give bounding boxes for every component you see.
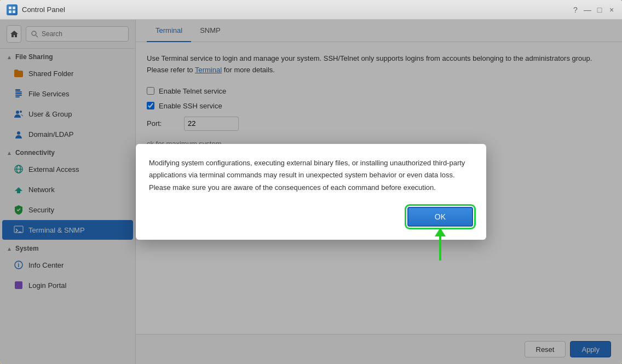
modal-message: Modifying system configurations, executi… [149,157,473,193]
modal-footer: OK [149,207,473,227]
modal-overlay: Modifying system configurations, executi… [0,20,622,364]
arrow-shaft [439,236,441,261]
modal-ok-button[interactable]: OK [407,207,473,227]
main-layout: ▲ File Sharing Shared Folder [0,20,622,364]
svg-rect-3 [13,10,15,13]
modal-dialog: Modifying system configurations, executi… [136,144,486,239]
window-title: Control Panel [22,5,572,14]
minimize-button[interactable]: — [584,6,591,14]
help-button[interactable]: ? [572,6,579,14]
svg-rect-0 [9,7,11,9]
app-icon [7,4,18,15]
titlebar: Control Panel ? — □ × [0,0,622,20]
arrow-head [435,228,446,236]
close-button[interactable]: × [608,6,615,14]
maximize-button[interactable]: □ [596,6,603,14]
svg-rect-1 [13,7,15,9]
window-controls: ? — □ × [572,6,615,14]
app-window: Control Panel ? — □ × ▲ File Sha [0,0,622,364]
svg-rect-2 [9,10,11,13]
arrow-annotation [435,228,446,261]
